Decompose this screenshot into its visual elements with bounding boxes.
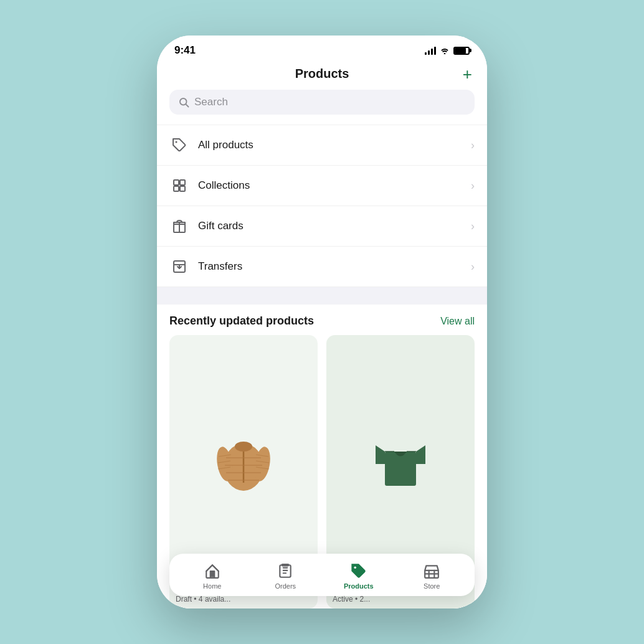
- search-bar[interactable]: Search: [169, 90, 475, 115]
- status-bar: 9:41: [157, 36, 487, 60]
- tab-orders[interactable]: Orders: [249, 562, 323, 590]
- svg-point-3: [176, 141, 178, 143]
- gift-icon: [169, 216, 189, 236]
- tab-products-label: Products: [344, 582, 374, 590]
- status-time: 9:41: [174, 44, 196, 57]
- svg-line-2: [186, 104, 188, 107]
- svg-marker-29: [416, 445, 425, 464]
- product-image-shirt: [326, 335, 475, 580]
- svg-point-34: [354, 566, 356, 569]
- svg-rect-27: [385, 452, 416, 486]
- recent-header: Recently updated products View all: [157, 305, 487, 335]
- svg-marker-28: [376, 445, 385, 464]
- tab-products[interactable]: Products: [322, 562, 395, 590]
- tab-store[interactable]: Store: [395, 562, 469, 590]
- svg-rect-4: [174, 180, 179, 185]
- store-icon: [423, 562, 440, 580]
- tag-icon: [169, 135, 189, 155]
- tab-home[interactable]: Home: [176, 562, 249, 590]
- product-status-shirt: Active • 2...: [333, 595, 468, 604]
- page-title: Products: [295, 67, 349, 81]
- svg-rect-7: [180, 186, 185, 191]
- battery-icon: [453, 47, 470, 55]
- view-all-button[interactable]: View all: [440, 316, 475, 327]
- collection-icon: [169, 176, 189, 196]
- svg-rect-6: [174, 186, 179, 191]
- tab-store-label: Store: [424, 582, 440, 590]
- menu-item-transfers[interactable]: Transfers ›: [157, 247, 487, 287]
- products-icon: [350, 562, 367, 580]
- chevron-right-icon: ›: [471, 179, 475, 192]
- tab-bar: Home Orders: [169, 554, 475, 596]
- svg-rect-32: [211, 571, 215, 577]
- phone-inner: 9:41 Products +: [157, 36, 487, 608]
- product-status-jacket: Draft • 4 availa...: [176, 595, 311, 604]
- svg-rect-5: [180, 180, 185, 185]
- add-product-button[interactable]: +: [463, 66, 472, 82]
- home-icon: [204, 562, 221, 580]
- search-placeholder: Search: [194, 96, 228, 108]
- tab-home-label: Home: [203, 582, 221, 590]
- chevron-right-icon: ›: [471, 220, 475, 233]
- menu-list: All products › Collections ›: [157, 125, 487, 287]
- transfer-icon: [169, 257, 189, 277]
- chevron-right-icon: ›: [471, 139, 475, 152]
- gift-cards-label: Gift cards: [198, 220, 471, 232]
- shirt-svg: [372, 424, 429, 492]
- section-spacer: [157, 287, 487, 305]
- menu-item-all-products[interactable]: All products ›: [157, 125, 487, 166]
- svg-point-0: [444, 53, 446, 54]
- recent-title: Recently updated products: [169, 315, 314, 328]
- tab-orders-label: Orders: [275, 582, 296, 590]
- collections-label: Collections: [198, 179, 471, 192]
- menu-item-gift-cards[interactable]: Gift cards ›: [157, 206, 487, 247]
- transfers-label: Transfers: [198, 260, 471, 273]
- signal-bars-icon: [425, 46, 436, 55]
- svg-point-15: [235, 442, 252, 452]
- status-icons: [425, 46, 470, 55]
- all-products-label: All products: [198, 139, 471, 151]
- chevron-right-icon: ›: [471, 260, 475, 273]
- product-image-jacket: [169, 335, 318, 580]
- phone-frame: 9:41 Products +: [157, 36, 487, 608]
- page-header: Products +: [157, 60, 487, 90]
- search-container: Search: [157, 90, 487, 125]
- search-icon: [178, 97, 189, 108]
- wifi-icon: [440, 47, 450, 54]
- jacket-svg: [212, 420, 275, 495]
- menu-item-collections[interactable]: Collections ›: [157, 166, 487, 206]
- orders-icon: [277, 562, 294, 580]
